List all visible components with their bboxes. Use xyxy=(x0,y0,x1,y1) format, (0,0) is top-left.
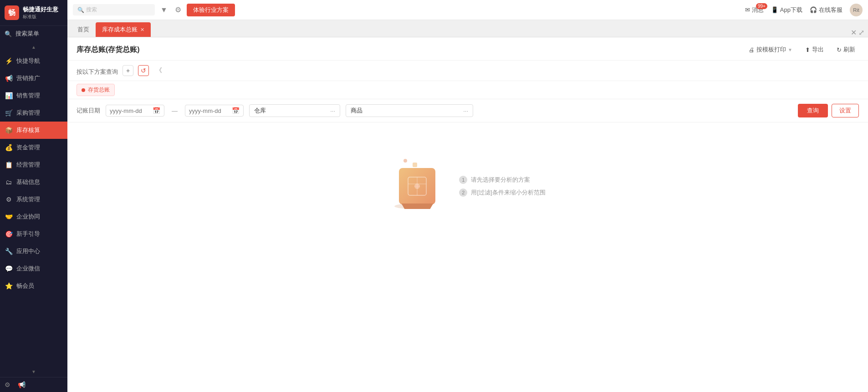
tab-home-label: 首页 xyxy=(77,25,89,34)
nav-label-wechat: 企业微信 xyxy=(16,265,40,273)
nav-icon-enterprise: 🤝 xyxy=(5,213,13,220)
date-dash: — xyxy=(172,107,178,114)
filter-reset-btn[interactable]: ↺ xyxy=(138,65,149,76)
hint2-num: 2 xyxy=(459,188,467,197)
sidebar-search[interactable]: 🔍 搜索菜单 xyxy=(0,26,67,41)
sidebar-item-member[interactable]: ⭐畅会员 xyxy=(0,277,67,295)
sidebar-scroll-down[interactable]: ▼ xyxy=(0,366,67,377)
nav-icon-inventory: 📦 xyxy=(5,127,13,134)
scheme-tag-label: 存货总账 xyxy=(88,86,110,94)
nav-icon-marketing: 📢 xyxy=(5,75,13,82)
warehouse-filter[interactable]: 仓库 ··· xyxy=(249,104,340,117)
search-top-placeholder: 搜索 xyxy=(86,6,97,14)
page-header-actions: 🖨 按模板打印 ▼ ⬆ 导出 ↻ 刷新 xyxy=(745,44,859,56)
app-download-icon: 📱 xyxy=(771,6,778,13)
online-service-btn[interactable]: 🎧 在线客服 xyxy=(810,6,842,14)
main-area: 🔍 搜索 ▼ ⚙ 体验行业方案 ✉ 消息 99+ 📱 App下载 🎧 在线客服 … xyxy=(67,0,868,392)
sidebar-item-purchase[interactable]: 🛒采购管理 xyxy=(0,104,67,122)
sidebar-item-quick-nav[interactable]: ⚡快捷导航 xyxy=(0,52,67,70)
sidebar-item-enterprise[interactable]: 🤝企业协同 xyxy=(0,208,67,225)
warehouse-more-icon[interactable]: ··· xyxy=(330,107,335,114)
nav-icon-app-center: 🔧 xyxy=(5,248,13,255)
app-logo: 畅 畅捷通好生意 标准版 xyxy=(0,0,67,26)
sidebar-item-wechat[interactable]: 💬企业微信 xyxy=(0,260,67,277)
nav-icon-sales: 📊 xyxy=(5,92,13,99)
empty-hint-2: 2 用[过滤]条件来缩小分析范围 xyxy=(459,188,545,197)
sidebar-item-sales[interactable]: 📊销售管理 xyxy=(0,87,67,104)
product-filter[interactable]: 商品 ··· xyxy=(346,104,473,117)
industry-btn[interactable]: 体验行业方案 xyxy=(187,4,235,16)
sidebar-item-newbie[interactable]: 🎯新手引导 xyxy=(0,225,67,243)
nav-label-newbie: 新手引导 xyxy=(16,230,40,238)
speaker-bottom-icon[interactable]: 📢 xyxy=(18,381,26,388)
sidebar-item-operation[interactable]: 📋经营管理 xyxy=(0,156,67,173)
date-end-input[interactable] xyxy=(189,107,230,114)
hint1-text: 请先选择要分析的方案 xyxy=(471,176,530,184)
empty-box xyxy=(399,168,435,204)
sidebar-item-system[interactable]: ⚙系统管理 xyxy=(0,191,67,208)
tab-panel-close-icon[interactable]: ✕ xyxy=(851,28,857,37)
tab-close-icon[interactable]: ✕ xyxy=(140,27,144,33)
empty-state: 1 请先选择要分析的方案 2 用[过滤]条件来缩小分析范围 xyxy=(67,122,868,250)
sidebar-item-inventory[interactable]: 📦库存核算 xyxy=(0,122,67,139)
settings-btn[interactable]: 设置 xyxy=(832,104,859,117)
export-btn[interactable]: ⬆ 导出 xyxy=(802,44,827,56)
filter-add-btn[interactable]: + xyxy=(123,65,133,76)
tab-inventory-cost[interactable]: 库存成本总账 ✕ xyxy=(96,22,151,37)
print-template-btn[interactable]: 🖨 按模板打印 ▼ xyxy=(745,44,796,56)
page-container: 库存总账(存货总账) 🖨 按模板打印 ▼ ⬆ 导出 ↻ 刷新 xyxy=(67,37,868,392)
filter-collapse-btn[interactable]: 《 xyxy=(153,65,164,76)
top-bar-right: ✉ 消息 99+ 📱 App下载 🎧 在线客服 Rit xyxy=(745,4,863,16)
nav-label-sales: 销售管理 xyxy=(16,92,40,100)
box-piece-2 xyxy=(403,159,407,163)
top-settings-icon[interactable]: ⚙ xyxy=(173,4,183,16)
tab-panel-expand-icon[interactable]: ⤢ xyxy=(858,28,864,37)
nav-label-enterprise: 企业协同 xyxy=(16,213,40,221)
sidebar-item-marketing[interactable]: 📢营销推广 xyxy=(0,70,67,87)
scheme-tag[interactable]: 存货总账 xyxy=(77,84,115,96)
empty-text-block: 1 请先选择要分析的方案 2 用[过滤]条件来缩小分析范围 xyxy=(459,176,545,197)
sidebar-item-basic[interactable]: 🗂基础信息 xyxy=(0,173,67,191)
calendar-end-icon[interactable]: 📅 xyxy=(232,107,240,114)
settings-bottom-icon[interactable]: ⚙ xyxy=(5,381,10,388)
query-btn[interactable]: 查询 xyxy=(798,104,828,117)
sidebar-nav: ⚡快捷导航📢营销推广📊销售管理🛒采购管理📦库存核算💰资金管理📋经营管理🗂基础信息… xyxy=(0,52,67,366)
logo-text: 畅捷通好生意 标准版 xyxy=(23,5,58,20)
page-title: 库存总账(存货总账) xyxy=(77,45,140,55)
search-label: 搜索菜单 xyxy=(15,30,39,38)
nav-icon-operation: 📋 xyxy=(5,161,13,168)
refresh-icon: ↻ xyxy=(837,46,842,53)
date-start-input[interactable] xyxy=(110,107,151,114)
nav-icon-wechat: 💬 xyxy=(5,265,13,272)
app-download-btn[interactable]: 📱 App下载 xyxy=(771,6,802,14)
date-end-wrap: 📅 xyxy=(185,105,244,117)
refresh-btn[interactable]: ↻ 刷新 xyxy=(833,44,859,56)
nav-label-finance: 资金管理 xyxy=(16,143,40,152)
tab-inventory-cost-label: 库存成本总账 xyxy=(102,25,138,34)
nav-label-quick-nav: 快捷导航 xyxy=(16,57,40,65)
product-label: 商品 xyxy=(351,107,363,115)
filter-actions: 查询 设置 xyxy=(798,104,859,117)
nav-icon-purchase: 🛒 xyxy=(5,109,13,117)
warehouse-label: 仓库 xyxy=(254,107,266,115)
message-icon: ✉ xyxy=(745,6,750,13)
sidebar: 畅 畅捷通好生意 标准版 🔍 搜索菜单 ▲ ⚡快捷导航📢营销推广📊销售管理🛒采购… xyxy=(0,0,67,392)
tab-home[interactable]: 首页 xyxy=(71,22,96,37)
tab-close-row: ✕ ⤢ xyxy=(847,28,864,37)
scheme-dot-icon xyxy=(82,88,85,92)
nav-icon-quick-nav: ⚡ xyxy=(5,57,13,65)
empty-hint-1: 1 请先选择要分析的方案 xyxy=(459,176,545,184)
page-header: 库存总账(存货总账) 🖨 按模板打印 ▼ ⬆ 导出 ↻ 刷新 xyxy=(67,37,868,61)
sidebar-scroll-up[interactable]: ▲ xyxy=(0,41,67,52)
calendar-start-icon[interactable]: 📅 xyxy=(153,107,160,114)
sidebar-item-app-center[interactable]: 🔧应用中心 xyxy=(0,243,67,260)
message-btn[interactable]: ✉ 消息 99+ xyxy=(745,6,764,14)
top-search-box[interactable]: 🔍 搜索 xyxy=(73,4,155,15)
top-gear-icon[interactable]: ▼ xyxy=(158,4,169,16)
nav-icon-system: ⚙ xyxy=(5,196,13,203)
user-avatar[interactable]: Rit xyxy=(850,4,863,16)
nav-label-operation: 经营管理 xyxy=(16,161,40,169)
hint2-text: 用[过滤]条件来缩小分析范围 xyxy=(471,188,545,197)
sidebar-item-finance[interactable]: 💰资金管理 xyxy=(0,139,67,156)
product-more-icon[interactable]: ··· xyxy=(463,107,468,114)
